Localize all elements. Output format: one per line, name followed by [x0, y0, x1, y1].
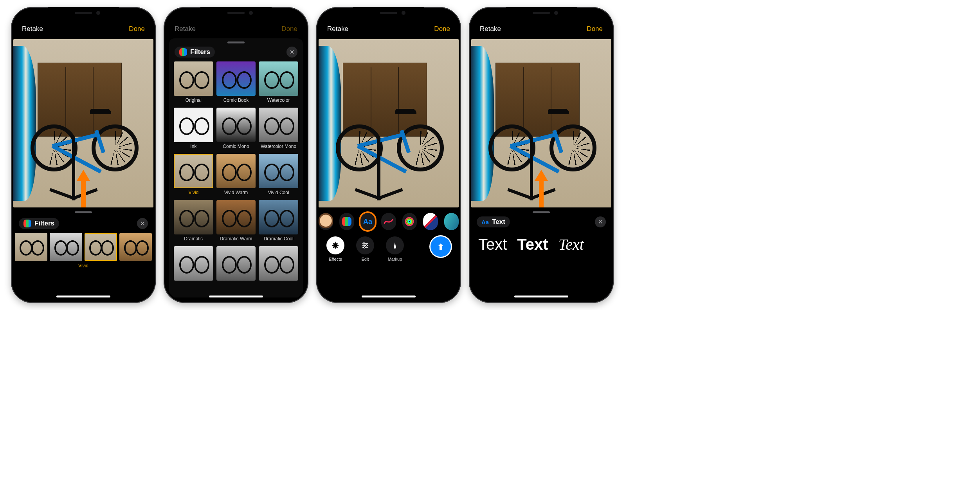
filter-thumb[interactable] [15, 233, 47, 261]
phone-3: Retake Done Aa Effects [316, 7, 461, 303]
filter-option[interactable] [216, 246, 256, 281]
text-style-icon: Aa [481, 219, 489, 225]
notch [48, 7, 119, 18]
sheet-grabber[interactable] [75, 211, 92, 213]
close-icon[interactable]: ✕ [137, 218, 148, 229]
retake-button[interactable]: Retake [480, 25, 501, 33]
filter-option[interactable] [259, 246, 298, 281]
filter-thumb[interactable] [50, 233, 82, 261]
filters-icon [179, 48, 187, 56]
shapes-icon[interactable] [381, 213, 396, 230]
markup-button[interactable]: Markup [386, 236, 404, 261]
filter-thumb-strip[interactable] [13, 231, 153, 262]
text-style-regular[interactable]: Text [478, 236, 507, 253]
sheet-grabber[interactable] [227, 41, 245, 43]
photo-preview[interactable] [13, 39, 153, 207]
filter-label: Vivid [188, 188, 198, 198]
sticker-app-icon[interactable] [444, 213, 459, 230]
edit-button[interactable]: Edit [356, 236, 374, 261]
filters-chip: Filters [19, 218, 59, 229]
filter-label: Ink [190, 142, 196, 151]
home-indicator[interactable] [209, 296, 263, 297]
done-button[interactable]: Done [129, 25, 145, 33]
activity-rings-icon[interactable] [402, 213, 417, 230]
filter-option[interactable] [259, 108, 298, 142]
text-style-row[interactable]: Text Text Text [475, 228, 607, 258]
filter-option-selected[interactable] [174, 154, 213, 188]
sheet-grabber[interactable] [533, 211, 550, 213]
filter-option[interactable] [174, 200, 213, 234]
text-style-bold[interactable]: Text [517, 236, 548, 253]
home-indicator[interactable] [514, 296, 568, 297]
effect-app-row[interactable]: Aa [319, 209, 459, 232]
filters-title: Filters [34, 220, 54, 227]
filter-option[interactable] [259, 61, 298, 96]
filter-label: Watercolor [267, 96, 290, 105]
tool-label: Markup [388, 257, 402, 261]
done-button[interactable]: Done [281, 25, 297, 33]
filter-grid[interactable]: Original Comic Book Watercolor Ink Comic… [172, 60, 300, 297]
filters-title: Filters [190, 48, 210, 56]
filters-panel: Filters ✕ Original Comic Book Watercolor… [169, 38, 303, 297]
swipe-up-arrow-icon [75, 168, 92, 207]
tool-row: Effects Edit Markup [319, 232, 459, 265]
filters-icon [23, 220, 31, 227]
photo-preview[interactable] [471, 39, 611, 207]
filter-label: Comic Mono [223, 142, 249, 151]
retake-button[interactable]: Retake [327, 25, 348, 33]
filter-label: Vivid Warm [224, 188, 248, 198]
filters-chip: Filters [175, 47, 215, 58]
send-button[interactable] [431, 236, 451, 257]
svg-point-1 [407, 219, 412, 224]
tool-label: Effects [329, 257, 342, 261]
done-button[interactable]: Done [434, 25, 450, 33]
svg-point-2 [408, 220, 411, 223]
filter-option[interactable] [174, 246, 213, 281]
filter-option[interactable] [216, 200, 256, 234]
notch [506, 7, 577, 18]
home-indicator[interactable] [362, 296, 416, 297]
notch [353, 7, 424, 18]
svg-rect-9 [395, 248, 396, 249]
svg-point-8 [364, 247, 365, 248]
filter-option[interactable] [259, 200, 298, 234]
home-indicator[interactable] [56, 296, 110, 297]
filter-option[interactable] [174, 108, 213, 142]
phone-1: Retake Done Filters ✕ [11, 7, 156, 303]
filter-label: Dramatic [184, 234, 203, 244]
phone-4: Retake Done Aa Text ✕ [469, 7, 614, 303]
filter-label: Comic Book [223, 96, 249, 105]
memoji-icon[interactable] [319, 213, 333, 230]
retake-button[interactable]: Retake [22, 25, 43, 33]
text-chip: Aa Text [477, 216, 510, 227]
filter-label: Original [186, 96, 202, 105]
filters-header: Filters ✕ [13, 216, 153, 231]
svg-point-4 [363, 243, 365, 244]
close-icon[interactable]: ✕ [595, 216, 606, 227]
filter-option[interactable] [259, 154, 298, 188]
effects-button[interactable]: Effects [326, 236, 344, 261]
svg-point-6 [366, 245, 367, 246]
filters-icon[interactable] [339, 213, 354, 230]
filter-label: Watercolor Mono [261, 142, 296, 151]
photo-preview[interactable] [319, 39, 459, 207]
swipe-up-arrow-icon [533, 168, 549, 207]
text-style-icon[interactable]: Aa [360, 213, 375, 230]
filter-label: Vivid Cool [268, 188, 289, 198]
close-icon[interactable]: ✕ [286, 47, 297, 58]
done-button[interactable]: Done [587, 25, 603, 33]
filter-thumb[interactable] [119, 233, 152, 261]
filter-option[interactable] [174, 61, 213, 96]
filter-option[interactable] [216, 61, 256, 96]
filter-label: Dramatic Cool [264, 234, 294, 244]
filter-option[interactable] [216, 108, 256, 142]
retake-button[interactable]: Retake [175, 25, 196, 33]
selected-filter-label: Vivid [13, 262, 153, 269]
filter-option[interactable] [216, 154, 256, 188]
filter-thumb-selected[interactable] [85, 233, 117, 261]
tool-label: Edit [362, 257, 369, 261]
sticker-app-icon[interactable] [423, 213, 438, 230]
text-style-serif[interactable]: Text [558, 235, 584, 254]
notch [200, 7, 272, 18]
phone-2: Retake Done Filters ✕ Original Comic Boo… [164, 7, 308, 303]
